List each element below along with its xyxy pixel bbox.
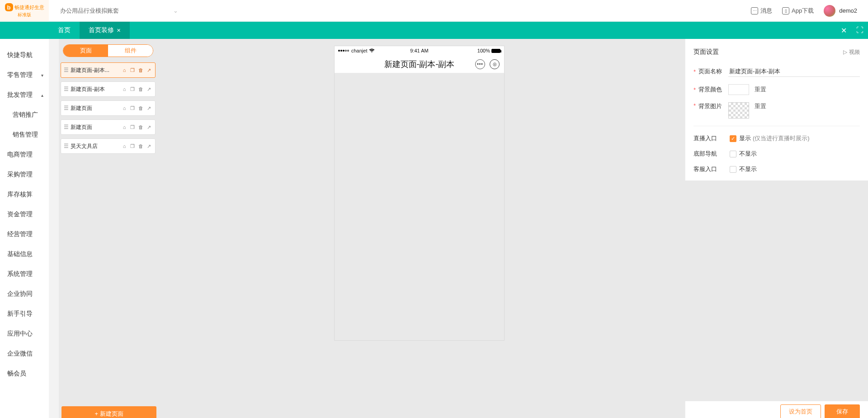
side-nav: 搜索菜单 快捷导航 零售管理▾ 批发管理▴ 营销推广 销售管理 电商管理 采购管… <box>0 22 49 418</box>
delete-icon[interactable]: 🗑 <box>137 86 144 93</box>
copy-icon[interactable]: ❐ <box>129 124 136 131</box>
new-page-button[interactable]: + 新建页面 <box>61 406 156 418</box>
share-icon[interactable]: ↗ <box>145 66 152 74</box>
image-swatch[interactable] <box>728 102 749 119</box>
nav-quick[interactable]: 快捷导航 <box>0 45 49 65</box>
phone-statusbar: chanjet 9:41 AM 100% <box>335 46 504 55</box>
page-row[interactable]: ☰ 新建页面 ⌂ ❐ 🗑 ↗ <box>61 119 156 135</box>
messages-link[interactable]: ⋯ 消息 <box>751 7 772 15</box>
settings-panel: 页面设置 ▷ 视频 *页面名称 *背景颜色 重置 *背景图片 重置 <box>685 39 868 180</box>
phone-title: 新建页面-副本-副本 <box>384 59 455 70</box>
topbar: b 畅捷通好生意 标准版 办公用品行业模拟账套 ⌄ ⋯ 消息 ▯ App下载 d… <box>0 0 868 22</box>
app-download-link[interactable]: ▯ App下载 <box>782 7 814 15</box>
set-home-button[interactable]: 设为首页 <box>780 404 821 418</box>
carrier: chanjet <box>351 48 367 53</box>
delete-icon[interactable]: 🗑 <box>137 66 144 74</box>
nav-apps[interactable]: 应用中心 <box>0 324 49 344</box>
phone-icon: ▯ <box>782 7 789 14</box>
brand-tag: 标准版 <box>18 12 31 18</box>
nav-basic[interactable]: 基础信息 <box>0 244 49 264</box>
drag-icon[interactable]: ☰ <box>64 86 69 92</box>
tab-bar: 首页 首页装修✕ ✕ ⛶ <box>0 22 868 39</box>
phone-time: 9:41 AM <box>410 48 428 53</box>
nav-sales[interactable]: 销售管理 <box>0 125 49 145</box>
tab-page-decorate[interactable]: 首页装修✕ <box>80 22 130 39</box>
close-icon[interactable]: ✕ <box>117 28 121 33</box>
home-icon[interactable]: ⌂ <box>121 142 128 150</box>
app-download-label: App下载 <box>792 7 814 15</box>
field-bg-color: *背景颜色 重置 <box>693 84 860 95</box>
reset-image-link[interactable]: 重置 <box>755 102 766 110</box>
logo[interactable]: b 畅捷通好生意 标准版 <box>0 0 49 22</box>
tab-close-all[interactable]: ✕ <box>835 22 852 39</box>
nav-funds[interactable]: 资金管理 <box>0 204 49 224</box>
live-checkbox[interactable]: ✓ <box>730 135 736 142</box>
bottom-left-bar: + 新建页面 <box>61 406 156 418</box>
mode-tab-component[interactable]: 组件 <box>108 45 153 57</box>
copy-icon[interactable]: ❐ <box>129 104 136 112</box>
nav-marketing[interactable]: 营销推广 <box>0 105 49 125</box>
copy-icon[interactable]: ❐ <box>129 142 136 150</box>
home-icon[interactable]: ⌂ <box>121 104 128 112</box>
home-icon[interactable]: ⌂ <box>121 66 128 74</box>
copy-icon[interactable]: ❐ <box>129 66 136 74</box>
page-row[interactable]: ☰ 昊天文具店 ⌂ ❐ 🗑 ↗ <box>61 138 156 154</box>
page-row[interactable]: ☰ 新建页面-副本 ⌂ ❐ 🗑 ↗ <box>61 81 156 97</box>
nav-retail[interactable]: 零售管理▾ <box>0 65 49 85</box>
caret-up-icon: ▴ <box>41 93 43 98</box>
tab-home[interactable]: 首页 <box>49 22 80 39</box>
phone-canvas[interactable] <box>335 73 504 340</box>
cs-checkbox[interactable] <box>730 166 736 173</box>
footer-checkbox[interactable] <box>730 151 736 157</box>
drag-icon[interactable]: ☰ <box>64 105 69 111</box>
video-link[interactable]: ▷ 视频 <box>843 48 860 56</box>
nav-wechat[interactable]: 企业微信 <box>0 344 49 364</box>
save-button[interactable]: 保存 <box>825 404 860 418</box>
account-name: 办公用品行业模拟账套 <box>60 7 119 15</box>
nav-biz[interactable]: 经营管理 <box>0 224 49 244</box>
nav-ecommerce[interactable]: 电商管理 <box>0 145 49 165</box>
bottom-right-bar: 设为首页 保存 <box>685 401 868 418</box>
editor-area: 页面 组件 ☰ 新建页面-副本... ⌂ ❐ 🗑 ↗ ☰ 新建页面-副本 ⌂ ❐ <box>49 39 868 418</box>
target-icon[interactable]: ◎ <box>490 59 500 69</box>
share-icon[interactable]: ↗ <box>145 86 152 93</box>
color-swatch[interactable] <box>728 84 749 95</box>
page-row[interactable]: ☰ 新建页面-副本... ⌂ ❐ 🗑 ↗ <box>61 62 156 78</box>
nav-inventory[interactable]: 库存核算 <box>0 185 49 204</box>
reset-color-link[interactable]: 重置 <box>755 86 766 94</box>
home-icon[interactable]: ⌂ <box>121 124 128 131</box>
share-icon[interactable]: ↗ <box>145 104 152 112</box>
nav-collab[interactable]: 企业协同 <box>0 284 49 304</box>
user-menu[interactable]: demo2 <box>824 5 857 17</box>
field-page-name: *页面名称 <box>693 66 860 77</box>
page-row[interactable]: ☰ 新建页面 ⌂ ❐ 🗑 ↗ <box>61 100 156 116</box>
page-name-input[interactable] <box>728 66 860 77</box>
copy-icon[interactable]: ❐ <box>129 86 136 93</box>
drag-icon[interactable]: ☰ <box>64 143 69 149</box>
username: demo2 <box>839 7 857 14</box>
drag-icon[interactable]: ☰ <box>64 67 69 73</box>
mode-tab-page[interactable]: 页面 <box>63 45 108 57</box>
messages-label: 消息 <box>760 7 772 15</box>
fullscreen-icon[interactable]: ⛶ <box>852 22 868 39</box>
play-icon: ▷ <box>843 49 847 55</box>
home-icon[interactable]: ⌂ <box>121 86 128 93</box>
nav-guide[interactable]: 新手引导 <box>0 304 49 324</box>
field-bg-image: *背景图片 重置 <box>693 102 860 119</box>
delete-icon[interactable]: 🗑 <box>137 142 144 150</box>
share-icon[interactable]: ↗ <box>145 124 152 131</box>
nav-member[interactable]: 畅会员 <box>0 364 49 384</box>
signal-icon <box>338 50 349 52</box>
account-selector[interactable]: 办公用品行业模拟账套 ⌄ <box>60 7 178 15</box>
more-icon[interactable]: ••• <box>475 59 485 69</box>
page-list-panel: 页面 组件 ☰ 新建页面-副本... ⌂ ❐ 🗑 ↗ ☰ 新建页面-副本 ⌂ ❐ <box>59 44 157 154</box>
mode-tabs: 页面 组件 <box>63 44 153 57</box>
field-live-entry: 直播入口 ✓ 显示 (仅当进行直播时展示) <box>693 134 860 142</box>
delete-icon[interactable]: 🗑 <box>137 104 144 112</box>
nav-purchase[interactable]: 采购管理 <box>0 165 49 185</box>
drag-icon[interactable]: ☰ <box>64 124 69 130</box>
share-icon[interactable]: ↗ <box>145 142 152 150</box>
nav-system[interactable]: 系统管理 <box>0 264 49 284</box>
nav-wholesale[interactable]: 批发管理▴ <box>0 85 49 105</box>
delete-icon[interactable]: 🗑 <box>137 124 144 131</box>
